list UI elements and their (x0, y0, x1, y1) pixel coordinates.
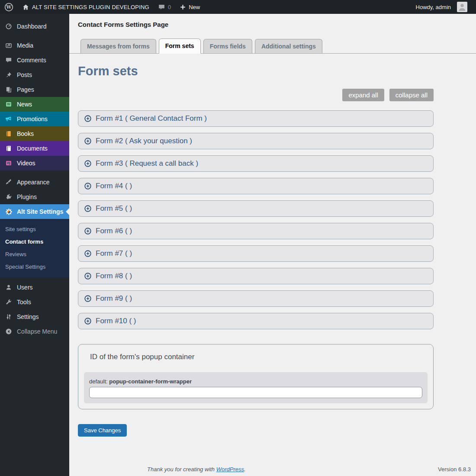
brush-icon (5, 179, 13, 186)
footer-thanks-period: . (244, 466, 246, 473)
tab-form-sets[interactable]: Form sets (159, 39, 201, 54)
site-menu[interactable]: ALT SITE SETTINGS PLUGIN DEVELOPING (18, 0, 154, 14)
popup-container-id-input[interactable] (89, 387, 422, 398)
wordpress-link[interactable]: WordPress (216, 466, 244, 473)
form-set-row[interactable]: Form #9 ( ) (78, 290, 434, 307)
submenu-item-reviews[interactable]: Reviews (0, 248, 69, 261)
sidebar-item-label: Comments (17, 57, 46, 64)
sidebar-item-media[interactable]: Media (0, 38, 69, 53)
form-set-label: Form #3 ( Request a call back ) (96, 159, 198, 168)
sidebar-item-label: Settings (17, 313, 39, 320)
page-title: Contact Forms Settings Page (69, 14, 476, 28)
sidebar-item-promotions[interactable]: Promotions (0, 112, 69, 126)
media-icon (5, 42, 13, 49)
form-set-row[interactable]: Form #6 ( ) (78, 223, 434, 239)
form-set-row[interactable]: Form #1 ( General Contact Form ) (78, 110, 434, 127)
sidebar-item-label: Tools (17, 299, 31, 306)
form-set-list: Form #1 ( General Contact Form ) Form #2… (78, 110, 434, 329)
form-set-row[interactable]: Form #4 ( ) (78, 178, 434, 194)
footer-version: Version 6.8.3 (438, 466, 471, 473)
sidebar-item-appearance[interactable]: Appearance (0, 175, 69, 190)
new-label: New (189, 4, 200, 10)
footer-thanks: Thank you for creating with WordPress. (147, 466, 246, 473)
expand-plus-icon (84, 250, 92, 257)
book-icon (5, 130, 13, 137)
expand-plus-icon (84, 227, 92, 235)
sidebar-item-label: Users (17, 284, 33, 291)
sidebar-item-news[interactable]: News (0, 97, 69, 112)
menu-separator (0, 170, 69, 175)
avatar (457, 2, 467, 12)
form-set-label: Form #9 ( ) (96, 294, 132, 303)
tab-messages-from-forms[interactable]: Messages from forms (80, 39, 156, 53)
site-title: ALT SITE SETTINGS PLUGIN DEVELOPING (32, 4, 149, 10)
sidebar-item-label: Books (17, 130, 34, 137)
submenu-item-site-settings[interactable]: Site settings (0, 223, 69, 235)
sidebar-item-alt-site-settings[interactable]: Alt Site Settings (0, 204, 69, 219)
submenu-item-contact-forms[interactable]: Contact forms (0, 235, 69, 248)
sidebar-item-users[interactable]: Users (0, 280, 69, 295)
sidebar-item-dashboard[interactable]: Dashboard (0, 19, 69, 34)
form-set-label: Form #5 ( ) (96, 204, 132, 213)
user-icon (5, 284, 13, 291)
footer: Thank you for creating with WordPress. V… (147, 466, 471, 473)
wordpress-logo-icon[interactable]: W (0, 0, 18, 14)
comment-count: 0 (168, 4, 171, 10)
form-set-row[interactable]: Form #7 ( ) (78, 245, 434, 262)
sidebar-item-label: Videos (17, 160, 35, 167)
collapse-all-button[interactable]: collapse all (389, 89, 434, 101)
video-playlist-icon (5, 160, 13, 167)
sidebar-item-tools[interactable]: Tools (0, 295, 69, 309)
sidebar-item-label: Pages (17, 86, 34, 93)
current-menu-arrow-icon (66, 208, 69, 215)
expand-all-button[interactable]: expand all (342, 89, 384, 101)
popup-box-inner: default: popup-container-form-wrapper (84, 372, 428, 403)
form-set-row[interactable]: Form #3 ( Request a call back ) (78, 155, 434, 172)
form-set-label: Form #4 ( ) (96, 182, 132, 190)
sidebar-item-collapse-menu[interactable]: Collapse Menu (0, 324, 69, 339)
pages-icon (5, 86, 13, 93)
expand-plus-icon (84, 160, 92, 167)
sidebar-item-plugins[interactable]: Plugins (0, 190, 69, 204)
sidebar-item-label: News (17, 101, 32, 108)
wrench-icon (5, 299, 13, 306)
form-set-row[interactable]: Form #8 ( ) (78, 268, 434, 284)
plus-icon (180, 4, 186, 10)
form-set-row[interactable]: Form #10 ( ) (78, 313, 434, 329)
wordpress-logo-icon: W (4, 3, 13, 12)
document-book-icon (5, 145, 13, 152)
tab-forms-fields[interactable]: Forms fields (203, 39, 252, 53)
save-changes-button[interactable]: Save Changes (78, 424, 127, 437)
tab-additional-settings[interactable]: Additional settings (255, 39, 322, 53)
comments-shortcut[interactable]: 0 (154, 0, 175, 14)
sidebar-item-pages[interactable]: Pages (0, 82, 69, 97)
sidebar-item-videos[interactable]: Videos (0, 156, 69, 170)
sidebar-item-settings[interactable]: Settings (0, 309, 69, 324)
dashboard-icon (5, 23, 13, 30)
sidebar-item-label: Collapse Menu (17, 328, 57, 335)
sidebar-item-books[interactable]: Books (0, 126, 69, 141)
form-set-row[interactable]: Form #2 ( Ask your question ) (78, 133, 434, 149)
collapse-arrow-icon (5, 328, 13, 335)
comment-bubble-icon (158, 3, 165, 11)
sidebar-item-label: Posts (17, 71, 32, 78)
submenu-item-special-settings[interactable]: Special Settings (0, 261, 69, 273)
comments-icon (5, 57, 13, 64)
svg-text:W: W (6, 4, 12, 10)
form-set-row[interactable]: Form #5 ( ) (78, 200, 434, 217)
alt-site-settings-submenu: Site settings Contact forms Reviews Spec… (0, 219, 69, 277)
popup-box-title: ID of the form's popup container (90, 353, 428, 361)
footer-thanks-text: Thank you for creating with (147, 466, 216, 473)
expand-plus-icon (84, 272, 92, 280)
default-label: default: (89, 378, 108, 385)
sidebar-item-label: Promotions (17, 116, 48, 122)
popup-container-id-box: ID of the form's popup container default… (78, 344, 434, 409)
sidebar-item-comments[interactable]: Comments (0, 53, 69, 68)
new-content-menu[interactable]: New (175, 0, 204, 14)
sidebar-item-label: Alt Site Settings (17, 208, 63, 215)
my-account-menu[interactable]: Howdy, admin (412, 0, 472, 14)
sidebar-item-posts[interactable]: Posts (0, 68, 69, 82)
howdy-text: Howdy, admin (416, 4, 451, 10)
sidebar-item-documents[interactable]: Documents (0, 141, 69, 156)
menu-separator (0, 34, 69, 38)
